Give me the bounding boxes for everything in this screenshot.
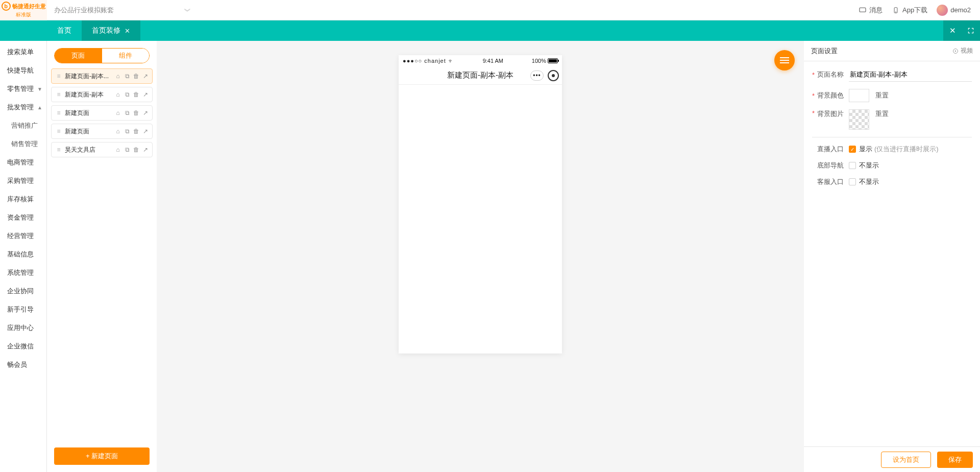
canvas-area: ●●●○○ chanjet ᯤ 9:41 AM 100% 新建页面-副本-副本 … (157, 41, 804, 472)
drag-handle-icon[interactable]: ≡ (55, 128, 63, 135)
page-list-panel: 页面 组件 ≡新建页面-副本...⌂⧉🗑↗≡新建页面-副本⌂⧉🗑↗≡新建页面⌂⧉… (47, 41, 157, 472)
nav-item[interactable]: 经营管理 (0, 227, 46, 245)
nav-item-label: 搜索菜单 (7, 48, 34, 57)
brand-logo[interactable]: b 畅捷通好生意 标准版 (0, 0, 47, 20)
bgimg-reset-link[interactable]: 重置 (875, 109, 889, 119)
nav-item-label: 快捷导航 (7, 66, 34, 75)
drag-handle-icon[interactable]: ≡ (55, 109, 63, 116)
nav-item[interactable]: 零售管理▼ (0, 80, 46, 98)
settings-panel: 页面设置 视频 * 页面名称 * 背景颜色 重置 (804, 41, 980, 472)
side-nav: 搜索菜单快捷导航零售管理▼批发管理▲营销推广销售管理电商管理采购管理库存核算资金… (0, 41, 47, 472)
page-list-item[interactable]: ≡昊天文具店⌂⧉🗑↗ (51, 142, 153, 157)
field-bgimg-label: 背景图片 (817, 109, 849, 119)
save-button[interactable]: 保存 (937, 452, 973, 468)
copy-icon[interactable]: ⧉ (124, 73, 131, 80)
copy-icon[interactable]: ⧉ (124, 128, 131, 135)
page-item-actions: ⌂⧉🗑↗ (114, 146, 149, 153)
nav-item[interactable]: 搜索菜单 (0, 43, 46, 61)
home-icon[interactable]: ⌂ (114, 73, 121, 80)
page-list-item[interactable]: ≡新建页面-副本...⌂⧉🗑↗ (51, 68, 153, 84)
bottomnav-label: 不显示 (859, 161, 879, 170)
bgcolor-reset-link[interactable]: 重置 (875, 91, 889, 100)
nav-item[interactable]: 销售管理 (0, 135, 46, 153)
tab-home[interactable]: 首页 (47, 20, 82, 41)
miniprogram-menu-icon: ••• (530, 70, 544, 81)
new-page-button[interactable]: + 新建页面 (54, 447, 150, 465)
org-selector[interactable]: 办公品行业模拟账套 ❯ (54, 6, 190, 15)
drag-handle-icon[interactable]: ≡ (55, 91, 63, 98)
set-home-button[interactable]: 设为首页 (881, 452, 931, 468)
delete-icon[interactable]: 🗑 (133, 109, 140, 116)
tab-decor-label: 首页装修 (92, 26, 120, 35)
nav-item[interactable]: 资金管理 (0, 208, 46, 227)
share-icon[interactable]: ↗ (142, 128, 149, 135)
drag-handle-icon[interactable]: ≡ (55, 73, 63, 80)
close-icon[interactable]: ✕ (125, 27, 130, 35)
live-show-checkbox[interactable]: ✓ 显示 (849, 145, 872, 154)
chevron-down-icon: ❯ (184, 8, 191, 12)
user-menu[interactable]: demo2 (937, 5, 971, 16)
nav-item[interactable]: 批发管理▲ (0, 98, 46, 116)
nav-item[interactable]: 快捷导航 (0, 61, 46, 80)
nav-item-label: 应用中心 (7, 323, 34, 333)
delete-icon[interactable]: 🗑 (133, 128, 140, 135)
phone-time: 9:41 AM (483, 58, 503, 64)
copy-icon[interactable]: ⧉ (124, 91, 131, 98)
app-download-link[interactable]: App下载 (892, 6, 927, 15)
page-name-input[interactable] (849, 67, 972, 82)
page-item-label: 新建页面-副本... (65, 72, 112, 81)
nav-item[interactable]: 库存核算 (0, 190, 46, 208)
nav-item-label: 畅会员 (7, 360, 27, 369)
page-list-item[interactable]: ≡新建页面⌂⧉🗑↗ (51, 105, 153, 121)
copy-icon[interactable]: ⧉ (124, 109, 131, 116)
segment-pages[interactable]: 页面 (55, 49, 102, 63)
nav-item[interactable]: 畅会员 (0, 356, 46, 374)
drag-handle-icon[interactable]: ≡ (55, 146, 63, 153)
cs-label: 不显示 (859, 177, 879, 186)
segment-components[interactable]: 组件 (102, 49, 150, 63)
nav-item[interactable]: 企业协同 (0, 282, 46, 300)
share-icon[interactable]: ↗ (142, 146, 149, 153)
delete-icon[interactable]: 🗑 (133, 91, 140, 98)
fullscreen-button[interactable] (962, 20, 980, 41)
home-icon[interactable]: ⌂ (114, 128, 121, 135)
components-drawer-button[interactable] (774, 50, 795, 70)
share-icon[interactable]: ↗ (142, 73, 149, 80)
bgcolor-swatch[interactable] (849, 89, 869, 102)
page-item-actions: ⌂⧉🗑↗ (114, 91, 149, 98)
nav-item[interactable]: 采购管理 (0, 172, 46, 190)
nav-item[interactable]: 电商管理 (0, 153, 46, 172)
video-help-link[interactable]: 视频 (952, 46, 973, 55)
tab-decor[interactable]: 首页装修 ✕ (82, 20, 140, 41)
tabs-close-all-button[interactable]: ✕ (943, 20, 962, 41)
nav-item[interactable]: 新手引导 (0, 300, 46, 319)
field-bottomnav-label: 底部导航 (817, 161, 849, 170)
field-name-label: 页面名称 (817, 70, 849, 79)
delete-icon[interactable]: 🗑 (133, 73, 140, 80)
nav-item[interactable]: 系统管理 (0, 264, 46, 282)
page-list-item[interactable]: ≡新建页面⌂⧉🗑↗ (51, 124, 153, 139)
home-icon[interactable]: ⌂ (114, 109, 121, 116)
bottomnav-checkbox[interactable]: 不显示 (849, 161, 879, 170)
cs-checkbox[interactable]: 不显示 (849, 177, 879, 186)
share-icon[interactable]: ↗ (142, 91, 149, 98)
delete-icon[interactable]: 🗑 (133, 146, 140, 153)
copy-icon[interactable]: ⧉ (124, 146, 131, 153)
nav-item-label: 电商管理 (7, 158, 34, 167)
nav-item[interactable]: 营销推广 (0, 116, 46, 135)
page-list-item[interactable]: ≡新建页面-副本⌂⧉🗑↗ (51, 87, 153, 102)
page-item-label: 昊天文具店 (65, 146, 112, 154)
home-icon[interactable]: ⌂ (114, 146, 121, 153)
messages-link[interactable]: 消息 (859, 6, 883, 15)
page-item-actions: ⌂⧉🗑↗ (114, 128, 149, 135)
phone-preview: ●●●○○ chanjet ᯤ 9:41 AM 100% 新建页面-副本-副本 … (399, 55, 562, 353)
nav-item[interactable]: 基础信息 (0, 245, 46, 264)
share-icon[interactable]: ↗ (142, 109, 149, 116)
nav-item-label: 基础信息 (7, 250, 34, 259)
bgimg-swatch[interactable] (849, 109, 869, 130)
home-icon[interactable]: ⌂ (114, 91, 121, 98)
nav-item[interactable]: 应用中心 (0, 319, 46, 337)
nav-item[interactable]: 企业微信 (0, 337, 46, 356)
brand-edition: 标准版 (16, 11, 31, 18)
video-label: 视频 (961, 46, 973, 55)
